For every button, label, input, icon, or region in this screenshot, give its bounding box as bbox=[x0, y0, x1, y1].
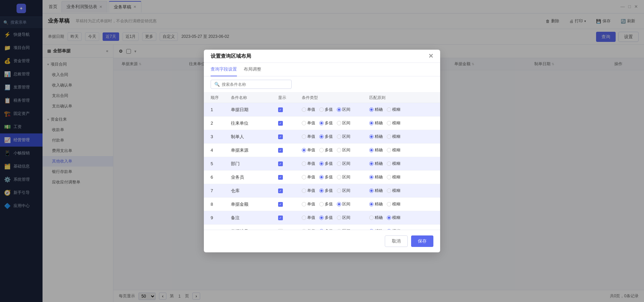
radio-range-1[interactable]: 区间 bbox=[337, 107, 350, 112]
radio-multi-1[interactable]: 多值 bbox=[319, 107, 333, 112]
radio-multi-6[interactable]: 多值 bbox=[319, 174, 333, 180]
row-show[interactable]: ✓ bbox=[278, 134, 302, 139]
radio-single-4[interactable]: 单值 bbox=[302, 147, 315, 153]
dialog: 设置查询区域布局 ✕ 查询字段设置 布局调整 🔍 顺序 条件名称 bbox=[204, 50, 440, 252]
radio-range-7[interactable]: 区间 bbox=[337, 188, 350, 194]
row-type: 单值 多值 区间 bbox=[302, 120, 369, 126]
row-match: 精确 模糊 bbox=[369, 188, 437, 194]
th-match: 匹配原则 bbox=[369, 95, 437, 101]
radio-range-circle-2 bbox=[337, 121, 341, 125]
radio-fuzzy-3[interactable]: 模糊 bbox=[387, 134, 400, 140]
radio-exact-2[interactable]: 精确 bbox=[369, 120, 383, 126]
radio-multi-8[interactable]: 多值 bbox=[319, 201, 333, 207]
show-checkbox-5[interactable]: ✓ bbox=[278, 161, 283, 166]
row-type: 单值 多值 区间 bbox=[302, 147, 369, 153]
row-show[interactable]: ✓ bbox=[278, 121, 302, 126]
row-match: 精确 模糊 bbox=[369, 147, 437, 153]
radio-single-circle-1 bbox=[302, 107, 306, 112]
radio-range-3[interactable]: 区间 bbox=[337, 134, 350, 140]
radio-multi-circle-6 bbox=[319, 175, 324, 179]
show-checkbox-7[interactable]: ✓ bbox=[278, 188, 283, 193]
table-row: 10 单据编号 单值 多值 bbox=[204, 225, 440, 230]
radio-single-1[interactable]: 单值 bbox=[302, 107, 315, 112]
radio-fuzzy-6[interactable]: 模糊 bbox=[387, 174, 400, 180]
radio-exact-6[interactable]: 精确 bbox=[369, 174, 383, 180]
radio-fuzzy-8[interactable]: 模糊 bbox=[387, 201, 400, 207]
radio-range-2[interactable]: 区间 bbox=[337, 120, 350, 126]
show-checkbox-1[interactable]: ✓ bbox=[278, 107, 283, 112]
radio-multi-7[interactable]: 多值 bbox=[319, 188, 333, 194]
radio-single-circle-8 bbox=[302, 202, 306, 206]
dialog-tab-field-settings[interactable]: 查询字段设置 bbox=[211, 63, 237, 76]
radio-exact-4[interactable]: 精确 bbox=[369, 147, 383, 153]
show-checkbox-9[interactable]: ✓ bbox=[278, 216, 283, 220]
row-show[interactable]: ✓ bbox=[278, 202, 302, 207]
row-order: 5 bbox=[211, 161, 231, 166]
row-name: 制单人 bbox=[231, 134, 278, 140]
radio-fuzzy-4[interactable]: 模糊 bbox=[387, 147, 400, 153]
dialog-close-button[interactable]: ✕ bbox=[428, 52, 433, 60]
radio-fuzzy-1[interactable]: 模糊 bbox=[387, 107, 400, 112]
radio-fuzzy-circle-7 bbox=[387, 188, 391, 193]
dialog-tab-layout-settings[interactable]: 布局调整 bbox=[244, 63, 261, 76]
radio-multi-circle-5 bbox=[319, 161, 324, 166]
radio-multi-3[interactable]: 多值 bbox=[319, 134, 333, 140]
row-show[interactable]: ✓ bbox=[278, 161, 302, 166]
radio-fuzzy-5[interactable]: 模糊 bbox=[387, 161, 400, 167]
radio-fuzzy-circle-3 bbox=[387, 134, 391, 139]
show-checkbox-8[interactable]: ✓ bbox=[278, 202, 283, 207]
radio-single-circle-7 bbox=[302, 188, 306, 193]
radio-single-9[interactable]: 单值 bbox=[302, 215, 315, 221]
radio-fuzzy-9[interactable]: 模糊 bbox=[387, 215, 400, 221]
radio-fuzzy-circle-6 bbox=[387, 175, 391, 179]
dialog-header: 设置查询区域布局 ✕ bbox=[204, 50, 440, 63]
radio-exact-5[interactable]: 精确 bbox=[369, 161, 383, 167]
show-checkbox-6[interactable]: ✓ bbox=[278, 175, 283, 180]
radio-single-8[interactable]: 单值 bbox=[302, 201, 315, 207]
radio-single-3[interactable]: 单值 bbox=[302, 134, 315, 140]
radio-single-6[interactable]: 单值 bbox=[302, 174, 315, 180]
radio-fuzzy-circle-5 bbox=[387, 161, 391, 166]
row-show[interactable]: ✓ bbox=[278, 188, 302, 193]
dialog-search-input[interactable] bbox=[222, 82, 288, 87]
radio-multi-5[interactable]: 多值 bbox=[319, 161, 333, 167]
show-checkbox-3[interactable]: ✓ bbox=[278, 134, 283, 139]
radio-multi-circle-9 bbox=[319, 216, 324, 220]
row-show[interactable]: ✓ bbox=[278, 148, 302, 153]
radio-fuzzy-7[interactable]: 模糊 bbox=[387, 188, 400, 194]
radio-multi-4[interactable]: 多值 bbox=[319, 147, 333, 153]
dialog-save-button[interactable]: 保存 bbox=[411, 235, 433, 247]
radio-multi-2[interactable]: 多值 bbox=[319, 120, 333, 126]
row-show[interactable]: ✓ bbox=[278, 175, 302, 180]
radio-single-7[interactable]: 单值 bbox=[302, 188, 315, 194]
radio-exact-9[interactable]: 精确 bbox=[369, 215, 383, 221]
radio-single-2[interactable]: 单值 bbox=[302, 120, 315, 126]
row-name: 备注 bbox=[231, 215, 278, 221]
radio-range-5[interactable]: 区间 bbox=[337, 161, 350, 167]
radio-range-circle-3 bbox=[337, 134, 341, 139]
dialog-cancel-button[interactable]: 取消 bbox=[385, 235, 408, 247]
radio-exact-3[interactable]: 精确 bbox=[369, 134, 383, 140]
radio-single-5[interactable]: 单值 bbox=[302, 161, 315, 167]
radio-exact-8[interactable]: 精确 bbox=[369, 201, 383, 207]
show-checkbox-4[interactable]: ✓ bbox=[278, 148, 283, 153]
row-show[interactable]: ✓ bbox=[278, 107, 302, 112]
row-type: 单值 多值 区间 bbox=[302, 107, 369, 112]
dialog-tabs: 查询字段设置 布局调整 bbox=[204, 63, 440, 76]
radio-multi-9[interactable]: 多值 bbox=[319, 215, 333, 221]
radio-range-9[interactable]: 区间 bbox=[337, 215, 350, 221]
radio-exact-circle-2 bbox=[369, 121, 374, 125]
radio-range-4[interactable]: 区间 bbox=[337, 147, 350, 153]
radio-exact-7[interactable]: 精确 bbox=[369, 188, 383, 194]
table-row: 6 业务员 ✓ 单值 多值 bbox=[204, 171, 440, 184]
radio-range-6[interactable]: 区间 bbox=[337, 174, 350, 180]
row-order: 8 bbox=[211, 202, 231, 207]
radio-single-circle-6 bbox=[302, 175, 306, 179]
show-checkbox-2[interactable]: ✓ bbox=[278, 121, 283, 126]
radio-exact-1[interactable]: 精确 bbox=[369, 107, 383, 112]
radio-range-8[interactable]: 区间 bbox=[337, 201, 350, 207]
radio-fuzzy-2[interactable]: 模糊 bbox=[387, 120, 400, 126]
radio-exact-circle-1 bbox=[369, 107, 374, 112]
radio-single-circle-4 bbox=[302, 148, 306, 152]
row-show[interactable]: ✓ bbox=[278, 216, 302, 220]
